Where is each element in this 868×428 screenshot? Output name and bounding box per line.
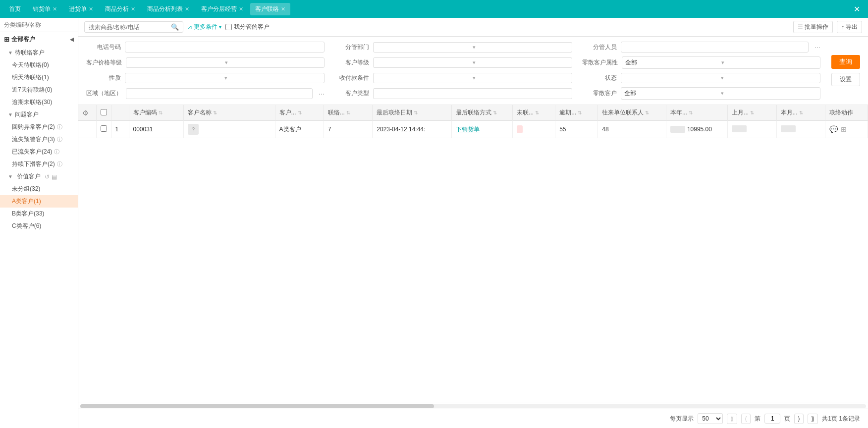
- sidebar-all-customers[interactable]: ⊞ 全部客户 ◀: [0, 32, 78, 47]
- filter-manager-input[interactable]: [621, 42, 809, 53]
- filter-price-grade-select[interactable]: ▾: [126, 57, 325, 68]
- toolbar-filter-btn[interactable]: ⊿ 更多条件 ▾: [187, 23, 221, 31]
- sort-icon-last-month[interactable]: ⇅: [750, 110, 754, 115]
- sort-icon-overdue[interactable]: ⇅: [578, 110, 582, 115]
- last-page-button[interactable]: ⟫: [808, 414, 818, 424]
- filter-nature-label: 性质: [86, 74, 121, 82]
- sidebar-search-input[interactable]: [4, 21, 78, 28]
- value-refresh-icon[interactable]: ↺: [45, 173, 50, 180]
- sort-icon-contact[interactable]: ⇅: [346, 110, 350, 115]
- nav-tab-0-close[interactable]: ✕: [53, 6, 57, 12]
- nav-tab-2[interactable]: 商品分析 ✕: [100, 3, 140, 15]
- filter-manager-dots[interactable]: ···: [814, 43, 820, 51]
- next-page-button[interactable]: ⟩: [794, 414, 804, 424]
- th-overdue: 逾期... ⇅: [555, 105, 598, 121]
- sidebar-item-tomorrow[interactable]: 明天待联络(1): [0, 71, 78, 84]
- th-name-label: 客户名称: [188, 108, 212, 117]
- qr-icon[interactable]: ⊞: [841, 125, 847, 133]
- sidebar-collapse-icon[interactable]: ◀: [70, 37, 74, 42]
- nav-tab-3[interactable]: 商品分析列表 ✕: [142, 3, 194, 15]
- scrollbar-thumb[interactable]: [80, 404, 434, 408]
- sidebar-item-declining[interactable]: 持续下滑客户(2) ⓘ: [0, 158, 78, 170]
- info-icon-4: ⓘ: [57, 160, 62, 168]
- sidebar-item-churned[interactable]: 已流失客户(24) ⓘ: [0, 146, 78, 158]
- window-close-button[interactable]: ✕: [850, 4, 864, 14]
- batch-ops-icon: ☰: [798, 24, 803, 31]
- sort-icon-name[interactable]: ⇅: [213, 110, 217, 115]
- nav-tab-4-close[interactable]: ✕: [239, 6, 243, 12]
- scrollbar-track[interactable]: [80, 404, 866, 408]
- sidebar-item-overdue[interactable]: 逾期未联络(30): [0, 96, 78, 108]
- nav-home[interactable]: 首页: [4, 3, 26, 15]
- filter-retail-value: 全部: [624, 89, 720, 98]
- row-checkbox[interactable]: [101, 125, 107, 132]
- filter-nature-select[interactable]: ▾: [125, 73, 325, 83]
- nav-tab-2-close[interactable]: ✕: [131, 6, 135, 12]
- message-icon[interactable]: 💬: [829, 125, 838, 133]
- horizontal-scrollbar[interactable]: [78, 403, 868, 409]
- batch-ops-button[interactable]: ☰ 批量操作: [793, 21, 833, 33]
- filter-customer-grade-select[interactable]: ▾: [373, 57, 573, 68]
- td-last-method: 下销货单: [452, 121, 513, 138]
- chevron-down-icon-7: ▾: [721, 75, 817, 81]
- nav-tab-5-close[interactable]: ✕: [281, 6, 285, 12]
- table-row: 1 000031 ? A类客户 7 2023-04-12 14:44: 下销货单: [78, 121, 868, 138]
- filter-status-select[interactable]: ▾: [621, 73, 820, 83]
- filter-phone-input[interactable]: [125, 42, 325, 53]
- sort-icon-grade[interactable]: ⇅: [298, 110, 302, 115]
- nav-tab-3-close[interactable]: ✕: [185, 6, 189, 12]
- current-page-input[interactable]: [764, 414, 780, 424]
- chevron-down-icon: ▾: [219, 24, 221, 30]
- name-cell: ?: [188, 124, 271, 135]
- filter-payment-select[interactable]: ▾: [373, 73, 573, 83]
- my-customers-checkbox[interactable]: [225, 24, 232, 30]
- my-customers-checkbox-label[interactable]: 我分管的客户: [225, 23, 270, 31]
- nav-tab-5[interactable]: 客户联络 ✕: [250, 3, 290, 15]
- sort-icon-last-date[interactable]: ⇅: [414, 110, 418, 115]
- sort-icon-this-month[interactable]: ⇅: [799, 110, 803, 115]
- sort-icon-uncontact[interactable]: ⇅: [535, 110, 539, 115]
- last-method-link[interactable]: 下销货单: [456, 126, 480, 133]
- td-this-month: [776, 121, 825, 138]
- toolbar-search-input[interactable]: [89, 24, 169, 31]
- query-button[interactable]: 查询: [831, 55, 860, 69]
- filter-customer-type-input[interactable]: [373, 88, 573, 99]
- sidebar-item-churn-warning[interactable]: 流失预警客户(3) ⓘ: [0, 133, 78, 146]
- sidebar-item-repurchase-abnormal[interactable]: 回购异常客户(2) ⓘ: [0, 121, 78, 133]
- nav-tab-1[interactable]: 进货单 ✕: [64, 3, 98, 15]
- export-button[interactable]: ↑ 导出: [837, 21, 862, 33]
- filter-retail-attr-select[interactable]: 全部 ▾: [622, 56, 820, 69]
- sidebar-item-ungrouped[interactable]: 未分组(32): [0, 183, 78, 195]
- nav-tab-2-label: 商品分析: [105, 5, 129, 13]
- toolbar-search-icon[interactable]: 🔍: [171, 23, 179, 31]
- sidebar-item-c-class[interactable]: C类客户(6): [0, 220, 78, 232]
- filter-retail-select[interactable]: 全部 ▾: [621, 87, 820, 100]
- first-page-button[interactable]: ⟪: [727, 414, 737, 424]
- nav-tab-1-close[interactable]: ✕: [89, 6, 93, 12]
- sidebar-group-problem[interactable]: ▼ 问题客户: [0, 108, 78, 121]
- sort-icon-prev-contact[interactable]: ⇅: [645, 110, 649, 115]
- sort-icon-this-year[interactable]: ⇅: [689, 110, 693, 115]
- filter-region-dots[interactable]: ···: [319, 90, 325, 98]
- prev-page-button[interactable]: ⟨: [741, 414, 751, 424]
- sidebar-group-value[interactable]: ▼ 价值客户 ↺ ▤: [0, 170, 78, 183]
- sort-icon-code[interactable]: ⇅: [159, 110, 163, 115]
- sidebar-item-a-class[interactable]: A类客户(1): [0, 195, 78, 208]
- per-page-select[interactable]: 50 20 100: [698, 413, 723, 424]
- sidebar-item-b-class[interactable]: B类客户(33): [0, 208, 78, 220]
- sort-icon-last-method[interactable]: ⇅: [493, 110, 497, 115]
- filter-panel: 电话号码 分管部门 ▾ 分管人员: [78, 37, 868, 105]
- filter-dept-select[interactable]: ▾: [373, 42, 573, 53]
- sidebar-item-7days[interactable]: 近7天待联络(0): [0, 84, 78, 96]
- th-prev-contact-label: 往来单位联系人: [602, 108, 644, 117]
- filter-payment-label: 收付款条件: [334, 74, 369, 82]
- gear-icon[interactable]: ⚙: [82, 109, 89, 117]
- value-settings-icon[interactable]: ▤: [52, 173, 57, 180]
- filter-region-input[interactable]: [126, 88, 313, 99]
- select-all-checkbox[interactable]: [101, 109, 107, 115]
- setup-button[interactable]: 设置: [831, 73, 860, 86]
- sidebar-group-pending[interactable]: ▼ 待联络客户: [0, 47, 78, 59]
- nav-tab-4[interactable]: 客户分层经营 ✕: [196, 3, 248, 15]
- sidebar-item-today[interactable]: 今天待联络(0): [0, 59, 78, 71]
- nav-tab-0[interactable]: 销货单 ✕: [28, 3, 62, 15]
